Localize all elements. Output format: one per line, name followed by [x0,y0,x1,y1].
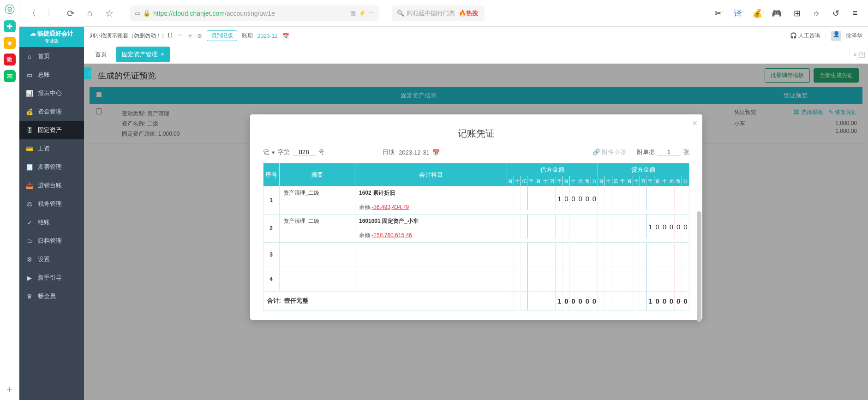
wallet-icon[interactable]: 💰˅ [750,6,766,21]
favorite-button[interactable]: ☆ [102,6,117,21]
search-box[interactable]: 🔍 阿根廷中国行门票 🔥热搜 [392,6,485,21]
forward-button[interactable]: 〉 [43,6,59,21]
search-placeholder: 阿根廷中国行门票 [407,9,455,18]
qr-icon[interactable]: ▦ [350,10,356,17]
address-bar[interactable]: ▭ 🔒 https://cloud.chanjet.com/accounting… [130,6,379,21]
dock-icon[interactable]: ✚ [4,20,16,27]
search-icon: 🔍 [397,10,404,17]
menu-icon[interactable]: ≡ [847,6,863,21]
scissors-icon[interactable]: ✂˅ [711,6,728,21]
theme-icon[interactable]: ☼ [808,6,825,21]
back-button[interactable]: 〈 [24,6,40,21]
reload-button[interactable]: ⟳ [63,6,78,21]
dock-icon[interactable]: ⓔ [4,4,16,16]
chevron-down-icon[interactable]: ﹀ [369,9,375,18]
os-dock: ⓔ ✚ ★ 微 ✉ + [0,0,19,27]
home-button[interactable]: ⌂ [82,6,98,21]
translate-icon[interactable]: 译˅ [730,6,747,21]
browser-tools: ✂˅ 译˅ 💰˅ 🎮˅ ⊞ ☼ ↺ ≡ [711,6,863,21]
lock-icon: 🔒 [143,10,150,17]
browser-toolbar: 〈 〉 ⟳ ⌂ ☆ ▭ 🔒 https://cloud.chanjet.com/… [0,0,868,27]
hot-badge: 🔥热搜 [459,9,478,18]
apps-icon[interactable]: ⊞ [789,6,805,21]
game-icon[interactable]: 🎮˅ [769,6,786,21]
history-icon[interactable]: ↺ [827,6,844,21]
url-text: https://cloud.chanjet.com/accounting/uw1… [153,10,275,17]
shield-icon: ▭ [135,10,140,17]
bolt-icon[interactable]: ⚡ [359,10,366,17]
